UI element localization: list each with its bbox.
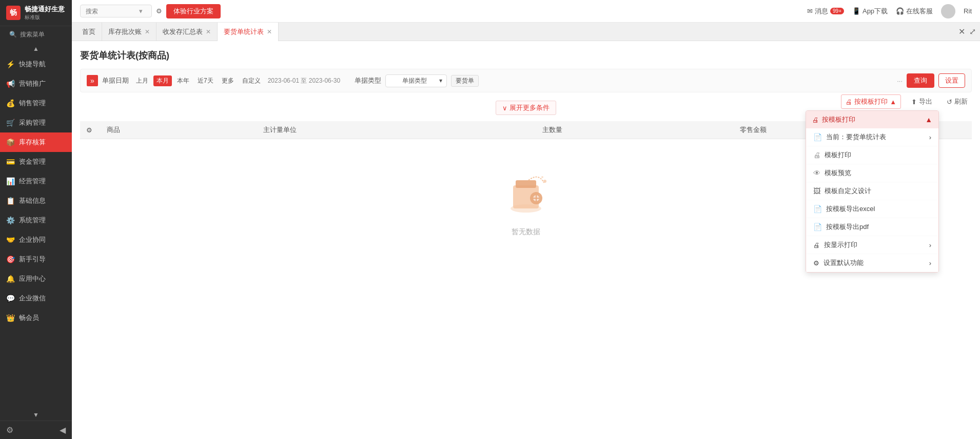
- print-template-design-item[interactable]: 🖼 模板自定义设计: [806, 182, 938, 200]
- sidebar-scroll-down-button[interactable]: ▼: [0, 409, 72, 421]
- sidebar-item-label: 营销推广: [19, 79, 46, 88]
- collapse-icon[interactable]: ◀: [60, 425, 66, 435]
- tab-receipt-summary-close-icon[interactable]: ✕: [206, 28, 211, 35]
- sidebar-item-label: 企业微信: [19, 294, 46, 303]
- tab-batch-account-label: 库存批次账: [108, 27, 142, 36]
- topbar-right: ✉ 消息 99+ 📱 App下载 🎧 在线客服 Rit: [807, 4, 972, 18]
- col-settings[interactable]: ⚙: [80, 121, 101, 139]
- username-label: Rit: [964, 7, 972, 15]
- query-button[interactable]: 查询: [907, 73, 934, 88]
- sales-icon: 💰: [6, 99, 15, 107]
- download-icon: 📱: [852, 7, 860, 15]
- sidebar-search[interactable]: 🔍 搜索菜单: [0, 26, 72, 43]
- sidebar-item-system[interactable]: ⚙️ 系统管理: [0, 211, 72, 230]
- export-button[interactable]: ⬆ 导出: [907, 95, 936, 108]
- display-print-icon: 🖨: [813, 241, 820, 249]
- toolbar-right: 🖨 按模板打印 ▲ ⬆ 导出 ↺ 刷新: [841, 94, 972, 109]
- settings-icon[interactable]: ⚙: [6, 425, 13, 435]
- tab-home-label: 首页: [82, 27, 95, 36]
- user-avatar[interactable]: [941, 4, 955, 18]
- sidebar-item-label: 采购管理: [19, 118, 46, 127]
- topbar-online-service[interactable]: 🎧 在线客服: [896, 7, 933, 16]
- date-last-7-days-button[interactable]: 近7天: [194, 75, 217, 86]
- date-custom-button[interactable]: 自定义: [239, 75, 264, 86]
- main-area: ▾ ⚙ 体验行业方案 ✉ 消息 99+ 📱 App下载 🎧 在线客服 Rit: [72, 0, 980, 439]
- sidebar-item-marketing[interactable]: 📢 营销推广: [0, 74, 72, 93]
- topbar-search-input[interactable]: [86, 8, 137, 15]
- tabs-bar: 首页 库存批次账 ✕ 收发存汇总表 ✕ 要货单统计表 ✕ ✕ ⤢: [72, 23, 980, 41]
- type-filter-label: 单据类型: [355, 76, 381, 85]
- display-print-label: 按显示打印: [824, 240, 857, 250]
- sidebar-nav: ⚡ 快捷导航 📢 营销推广 💰 销售管理 🛒 采购管理 📦 库存核算 💳 资金管…: [0, 54, 72, 409]
- date-last-month-button[interactable]: 上月: [133, 75, 151, 86]
- print-label: 按模板打印: [854, 97, 888, 106]
- tab-receipt-summary-label: 收发存汇总表: [163, 27, 203, 36]
- type-filter-select[interactable]: 单据类型 ▾: [385, 74, 447, 87]
- sidebar-item-wechat[interactable]: 💬 企业微信: [0, 289, 72, 308]
- default-settings-icon: ⚙: [813, 259, 819, 267]
- topbar-search-caret-icon: ▾: [139, 7, 143, 15]
- date-this-year-button[interactable]: 本年: [174, 75, 192, 86]
- export-label: 导出: [919, 97, 932, 106]
- default-settings-section[interactable]: ⚙ 设置默认功能 ›: [806, 254, 938, 272]
- trial-button[interactable]: 体验行业方案: [166, 4, 221, 18]
- sidebar-item-appstore[interactable]: 🔔 应用中心: [0, 269, 72, 289]
- filter-expand-button[interactable]: »: [87, 75, 98, 86]
- operations-icon: 📊: [6, 177, 15, 185]
- sidebar-item-enterprise[interactable]: 🤝 企业协同: [0, 230, 72, 250]
- sidebar-item-finance[interactable]: 💳 资金管理: [0, 152, 72, 171]
- date-this-month-button[interactable]: 本月: [153, 75, 172, 86]
- topbar-settings-icon[interactable]: ⚙: [156, 7, 162, 15]
- member-icon: 👑: [6, 314, 15, 322]
- refresh-button[interactable]: ↺ 刷新: [943, 95, 972, 108]
- export-icon: ⬆: [911, 98, 917, 106]
- tabs-close-button[interactable]: ✕: [958, 27, 965, 36]
- empty-state-text: 暂无数据: [512, 227, 540, 237]
- sidebar-item-inventory[interactable]: 📦 库存核算: [0, 132, 72, 152]
- expand-more-button[interactable]: ∨ 展开更多条件: [496, 101, 556, 115]
- tab-requisition-stats-close-icon[interactable]: ✕: [267, 28, 272, 35]
- sidebar-scroll-up-button[interactable]: ▲: [0, 43, 72, 54]
- print-template-preview-item[interactable]: 👁 模板预览: [806, 164, 938, 182]
- sidebar-item-operations[interactable]: 📊 经营管理: [0, 171, 72, 191]
- tabs-controls: ✕ ⤢: [958, 27, 976, 36]
- sidebar-item-newbie[interactable]: 🎯 新手引导: [0, 250, 72, 269]
- sidebar-item-basics[interactable]: 📋 基础信息: [0, 191, 72, 211]
- print-button[interactable]: 🖨 按模板打印 ▲: [841, 94, 901, 109]
- expand-icon: »: [90, 77, 94, 85]
- date-more-button[interactable]: 更多: [219, 75, 237, 86]
- print-dropdown-close-icon[interactable]: ▲: [925, 116, 932, 124]
- print-template-export-excel-item[interactable]: 📄 按模板导出excel: [806, 200, 938, 218]
- type-filter-chevron-icon: ▾: [439, 77, 442, 84]
- sidebar-item-member[interactable]: 👑 畅会员: [0, 308, 72, 328]
- default-settings-label: 设置默认功能: [824, 258, 864, 268]
- topbar-app-download[interactable]: 📱 App下载: [852, 7, 888, 16]
- tab-batch-account[interactable]: 库存批次账 ✕: [102, 23, 156, 41]
- display-print-section[interactable]: 🖨 按显示打印 ›: [806, 236, 938, 254]
- current-template-label: 当前：要货单统计表: [826, 132, 886, 142]
- sidebar-item-purchase[interactable]: 🛒 采购管理: [0, 113, 72, 132]
- tab-requisition-stats[interactable]: 要货单统计表 ✕: [218, 23, 279, 41]
- page-title: 要货单统计表(按商品): [80, 49, 972, 62]
- col-product: 商品: [101, 121, 257, 139]
- extra-filter-chip: 要货单: [451, 75, 479, 87]
- sidebar-item-label: 企业协同: [19, 235, 46, 244]
- sidebar-item-label: 应用中心: [19, 274, 46, 283]
- topbar-search-box[interactable]: ▾: [80, 5, 152, 17]
- print-template-print-item[interactable]: 🖨 模板打印: [806, 146, 938, 164]
- tab-batch-account-close-icon[interactable]: ✕: [145, 28, 150, 35]
- sidebar-item-sales[interactable]: 💰 销售管理: [0, 93, 72, 113]
- topbar-message[interactable]: ✉ 消息 99+: [807, 7, 844, 16]
- print-template-export-pdf-item[interactable]: 📄 按模板导出pdf: [806, 218, 938, 236]
- message-badge: 99+: [830, 8, 844, 14]
- settings-button[interactable]: 设置: [938, 73, 965, 88]
- current-template-icon: 📄: [813, 133, 822, 141]
- tabs-expand-button[interactable]: ⤢: [969, 27, 976, 36]
- tab-receipt-summary[interactable]: 收发存汇总表 ✕: [156, 23, 218, 41]
- print-current-template-item[interactable]: 📄 当前：要货单统计表 ›: [806, 128, 938, 146]
- purchase-icon: 🛒: [6, 119, 15, 127]
- current-template-chevron-icon: ›: [929, 133, 931, 141]
- sidebar-item-quick-nav[interactable]: ⚡ 快捷导航: [0, 54, 72, 74]
- tab-home[interactable]: 首页: [76, 23, 102, 41]
- toolbar-more-icon[interactable]: ···: [897, 77, 903, 85]
